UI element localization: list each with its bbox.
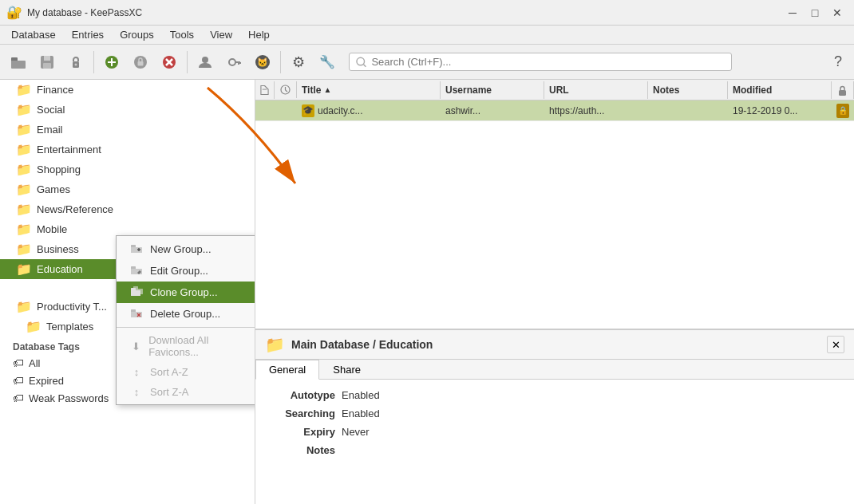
- svg-line-41: [286, 90, 288, 92]
- folder-icon: 📁: [16, 182, 32, 197]
- search-input[interactable]: [371, 56, 725, 68]
- sidebar-item-finance[interactable]: 📁 Finance: [0, 80, 255, 100]
- folder-icon: 📁: [16, 162, 32, 177]
- group-field-autotype: Autotype Enabled: [271, 389, 838, 401]
- th-modified[interactable]: Modified: [728, 81, 832, 99]
- sidebar-item-news-reference[interactable]: 📁 News/Reference: [0, 199, 255, 219]
- user-button[interactable]: [192, 49, 219, 76]
- th-notes[interactable]: Notes: [648, 81, 728, 99]
- group-field-searching: Searching Enabled: [271, 408, 838, 419]
- menu-bar: Database Entries Groups Tools View Help: [0, 26, 854, 45]
- delete-entry-button[interactable]: [156, 49, 183, 76]
- add-entry-button[interactable]: [98, 49, 125, 76]
- open-db-button[interactable]: [5, 49, 32, 76]
- ctx-download-favicons[interactable]: ⬇ Download All Favicons...: [117, 330, 255, 362]
- entry-icon: 🎓: [302, 104, 314, 117]
- svg-point-6: [75, 63, 77, 65]
- lock-col-icon: [837, 85, 848, 96]
- close-button[interactable]: ✕: [827, 4, 848, 22]
- th-title[interactable]: Title ▲: [297, 81, 441, 99]
- svg-point-15: [202, 57, 208, 63]
- folder-icon: 📁: [16, 122, 32, 137]
- clone-group-icon: [129, 285, 144, 299]
- sidebar-item-entertainment[interactable]: 📁 Entertainment: [0, 140, 255, 159]
- folder-icon: 📁: [26, 319, 42, 334]
- folder-icon: 📁: [16, 222, 32, 237]
- context-menu: New Group... Edit Group... Clone Group..…: [116, 235, 255, 405]
- group-tab-share[interactable]: Share: [319, 360, 374, 380]
- menu-tools[interactable]: Tools: [162, 27, 202, 42]
- th-time[interactable]: [275, 81, 297, 98]
- lock-badge: 🔒: [836, 104, 849, 118]
- entry-table: Title ▲ Username URL Notes Modified: [255, 80, 854, 329]
- menu-groups[interactable]: Groups: [112, 27, 162, 42]
- clock-icon: [280, 85, 291, 95]
- svg-rect-1: [11, 61, 26, 69]
- edit-group-icon: [129, 264, 144, 278]
- content-area: Title ▲ Username URL Notes Modified: [255, 80, 854, 504]
- sort-za-icon: ↕: [129, 386, 144, 398]
- help-button[interactable]: ?: [827, 51, 849, 73]
- folder-icon: 📁: [16, 202, 32, 217]
- minimize-button[interactable]: ─: [782, 4, 803, 22]
- ctx-clone-group[interactable]: Clone Group...: [117, 282, 255, 303]
- sidebar: 📁 Finance 📁 Social 📁 Email 📁 Entertainme…: [0, 80, 255, 504]
- group-field-expiry: Expiry Never: [271, 426, 838, 438]
- menu-help[interactable]: Help: [240, 27, 278, 42]
- menu-database[interactable]: Database: [3, 27, 64, 42]
- svg-text:🐱: 🐱: [257, 57, 268, 68]
- sidebar-item-social[interactable]: 📁 Social: [0, 100, 255, 120]
- sidebar-item-games[interactable]: 📁 Games: [0, 179, 255, 199]
- ctx-delete-group[interactable]: Delete Group...: [117, 303, 255, 325]
- db-settings-button[interactable]: 🔧: [314, 49, 341, 76]
- group-detail-close-button[interactable]: ✕: [827, 336, 844, 353]
- ctx-sort-az[interactable]: ↕ Sort A-Z: [117, 362, 255, 382]
- ctx-edit-group[interactable]: Edit Group...: [117, 260, 255, 282]
- tag-icon: 🏷: [13, 392, 24, 404]
- group-content: Autotype Enabled Searching Enabled Expir…: [255, 380, 854, 466]
- group-detail-header: 📁 Main Database / Education ✕: [255, 330, 854, 360]
- group-tab-general[interactable]: General: [255, 360, 319, 380]
- window-controls: ─ □ ✕: [782, 4, 848, 22]
- menu-entries[interactable]: Entries: [64, 27, 112, 42]
- edit-entry-button[interactable]: [127, 49, 154, 76]
- group-detail-title: Main Database / Education: [291, 338, 820, 351]
- table-row[interactable]: 🎓 udacity.c... ashwir... https://auth...…: [255, 100, 854, 121]
- td-url: https://auth...: [544, 104, 648, 118]
- ctx-sort-za[interactable]: ↕ Sort Z-A: [117, 382, 255, 402]
- search-bar[interactable]: [349, 53, 732, 71]
- ctx-new-group[interactable]: New Group...: [117, 238, 255, 260]
- lock-db-button[interactable]: [62, 49, 89, 76]
- settings-button[interactable]: ⚙: [285, 49, 312, 76]
- title-bar: 🔐 My database - KeePassXC ─ □ ✕: [0, 0, 854, 26]
- group-tabs: General Share: [255, 360, 854, 380]
- group-folder-icon: 📁: [265, 335, 285, 354]
- td-attachment: [255, 109, 275, 112]
- delete-group-icon: [129, 307, 144, 321]
- folder-icon: 📁: [16, 142, 32, 157]
- svg-point-22: [357, 57, 365, 65]
- group-detail-panel: 📁 Main Database / Education ✕ General Sh…: [255, 329, 854, 504]
- td-username: ashwir...: [441, 104, 544, 118]
- toolbar: 🐱 ⚙ 🔧 ?: [0, 45, 854, 80]
- tag-icon: 🏷: [13, 356, 24, 369]
- sidebar-item-email[interactable]: 📁 Email: [0, 120, 255, 140]
- maximize-button[interactable]: □: [805, 4, 825, 22]
- th-url[interactable]: URL: [544, 81, 648, 99]
- attachment-icon: [260, 85, 269, 96]
- group-field-notes: Notes: [271, 444, 838, 456]
- folder-icon: 📁: [16, 102, 32, 117]
- th-username[interactable]: Username: [441, 81, 544, 99]
- github-button[interactable]: 🐱: [249, 49, 276, 76]
- folder-icon: 📁: [16, 299, 32, 314]
- sidebar-item-shopping[interactable]: 📁 Shopping: [0, 159, 255, 179]
- svg-rect-11: [138, 61, 144, 66]
- th-attachment[interactable]: [255, 81, 275, 99]
- key-button[interactable]: [220, 49, 247, 76]
- th-lock[interactable]: [832, 81, 854, 99]
- svg-rect-3: [44, 56, 50, 61]
- svg-point-16: [229, 59, 235, 65]
- menu-view[interactable]: View: [202, 27, 240, 42]
- svg-line-23: [364, 64, 366, 66]
- save-db-button[interactable]: [34, 49, 61, 76]
